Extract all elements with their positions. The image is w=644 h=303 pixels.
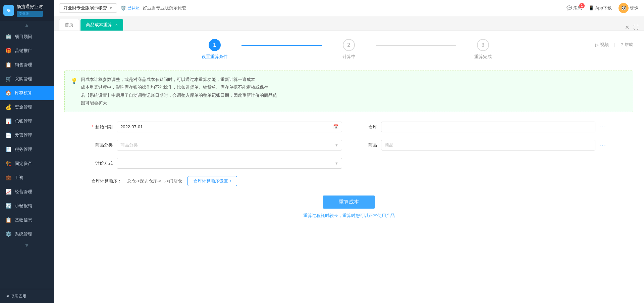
category-placeholder: 商品分类: [120, 142, 138, 148]
goods-more-icon[interactable]: ···: [599, 141, 606, 148]
sidebar-item-assets[interactable]: 🏗️ 固定资产: [0, 157, 54, 171]
video-link[interactable]: ▷ 视频: [595, 42, 609, 48]
goods-field: 商品 商品 ···: [356, 140, 606, 150]
sidebar-item-operation[interactable]: 📈 经营管理: [0, 185, 54, 199]
window-controls: ✕ ⛶: [620, 24, 644, 31]
category-label: 商品分类: [91, 142, 113, 148]
chevron-down-icon: ▼: [109, 6, 113, 10]
avatar: 🐼: [619, 3, 629, 13]
close-icon[interactable]: ✕: [625, 24, 629, 31]
sidebar-item-marketing[interactable]: 🎁 营销推广: [0, 44, 54, 58]
steps-container: 1 设置重算条件 2 计算中 3: [64, 39, 633, 60]
expense-icon: 🔄: [5, 203, 11, 209]
sidebar-logo: 畅: [3, 5, 14, 16]
step-3-label: 重算完成: [474, 54, 492, 60]
form-section: * 起始日期 2022-07-01 📅 仓库 ··· 商品分类: [64, 122, 633, 219]
sidebar-item-system[interactable]: ⚙️ 系统管理: [0, 227, 54, 241]
step-2: 2 计算中: [322, 39, 376, 60]
sidebar-item-purchase[interactable]: 🛒 采购管理: [0, 72, 54, 86]
warehouse-field: 仓库 ···: [356, 122, 606, 132]
category-arrow-icon: ▼: [335, 143, 338, 147]
step-1-circle: 1: [209, 39, 221, 51]
help-links: ▷ 视频 | ? 帮助: [595, 42, 633, 48]
form-row-3: 计价方式 ▼: [91, 158, 606, 169]
calendar-icon[interactable]: 📅: [333, 124, 338, 129]
assets-icon: 🏗️: [5, 161, 11, 167]
start-date-value: 2022-07-01: [120, 124, 143, 129]
submit-hint: 重算过程耗时较长，重算时您可以正常使用产品: [303, 213, 395, 219]
submit-section: 重算成本 重算过程耗时较长，重算时您可以正常使用产品: [91, 196, 606, 219]
sidebar-item-sales[interactable]: 📋 销售管理: [0, 58, 54, 72]
question-icon: ?: [621, 42, 623, 47]
sidebar-item-invoice[interactable]: 📄 发票管理: [0, 128, 54, 142]
goods-input[interactable]: 商品: [381, 140, 595, 150]
info-line-3: 若【系统设置】中启用了自动调整记账日期时，会调整入库单的整单记账日期，因此重新计…: [81, 91, 277, 99]
shield-icon: 🛡️: [120, 5, 126, 11]
account-name: 好业财专业版演示帐套: [63, 5, 107, 11]
tab-cost-recalc[interactable]: 商品成本重算 ×: [80, 19, 123, 31]
topbar-right: 💬 消息 1 📱 App下载 🐼 珠珠: [567, 3, 639, 13]
warehouse-input[interactable]: [381, 122, 595, 132]
warehouse-more-icon[interactable]: ···: [599, 123, 606, 130]
payroll-icon: 💼: [5, 175, 11, 181]
required-mark: *: [92, 124, 93, 129]
help-link[interactable]: ? 帮助: [621, 42, 633, 48]
step-connector-2: [376, 45, 456, 46]
message-button[interactable]: 💬 消息 1: [567, 5, 582, 11]
account-selector[interactable]: 好业财专业版演示帐套 ▼: [59, 3, 117, 13]
pricing-select[interactable]: ▼: [117, 158, 342, 169]
topbar-left: 好业财专业版演示帐套 ▼ 🛡️ 已认证 好业财专业版演示帐套: [59, 3, 562, 13]
message-icon: 💬: [567, 5, 572, 10]
warehouse-order-label: 仓库计算顺序：: [91, 178, 122, 184]
accounting-icon: 📊: [5, 118, 11, 124]
sidebar-item-payroll[interactable]: 💼 工资: [0, 171, 54, 185]
sidebar-item-expense[interactable]: 🔄 小畅报销: [0, 199, 54, 213]
warehouse-order-row: 仓库计算顺序： 总仓->深圳仓库->...->门店仓 仓库计算顺序设置 ›: [91, 176, 606, 186]
warehouse-order-settings-button[interactable]: 仓库计算顺序设置 ›: [187, 176, 237, 186]
form-row-2: 商品分类 商品分类 ▼ 商品 商品 ···: [91, 140, 606, 150]
goods-label: 商品: [356, 142, 377, 148]
sidebar-scroll-down: ▼: [0, 241, 54, 250]
sidebar-item-inventory[interactable]: 🏠 库存核算: [0, 86, 54, 100]
step-3-circle: 3: [477, 39, 489, 51]
step-1: 1 设置重算条件: [188, 39, 241, 60]
start-date-input[interactable]: 2022-07-01 📅: [117, 122, 342, 132]
marketing-icon: 🎁: [5, 48, 11, 54]
purchase-icon: 🛒: [5, 76, 11, 82]
tabbar: 首页 商品成本重算 × ✕ ⛶: [54, 16, 644, 31]
form-row-1: * 起始日期 2022-07-01 📅 仓库 ···: [91, 122, 606, 132]
submit-button[interactable]: 重算成本: [323, 196, 375, 209]
pricing-arrow-icon: ▼: [335, 161, 338, 165]
user-avatar[interactable]: 🐼 珠珠: [619, 3, 639, 13]
sidebar-item-finance[interactable]: 💰 资金管理: [0, 100, 54, 114]
company-name: 好业财专业版演示帐套: [143, 5, 186, 11]
sidebar-pin-toggle[interactable]: ◄ 取消固定: [0, 289, 54, 303]
expand-icon[interactable]: ⛶: [633, 25, 639, 31]
main-area: 好业财专业版演示帐套 ▼ 🛡️ 已认证 好业财专业版演示帐套 💬 消息 1 📱 …: [54, 0, 644, 303]
category-select[interactable]: 商品分类 ▼: [117, 140, 342, 150]
operation-icon: 📈: [5, 189, 11, 195]
sidebar-item-project[interactable]: 🏢 项目顾问: [0, 30, 54, 44]
sidebar-badge: 专业版: [17, 11, 43, 17]
app-download-button[interactable]: 📱 App下载: [589, 5, 612, 11]
info-line-1: 因成本计算参数调整，或是对商品成本有疑问时，可以通过本重算功能，重新计算一遍成本: [81, 76, 277, 83]
step-1-label: 设置重算条件: [202, 54, 228, 60]
sidebar-item-accounting[interactable]: 📊 总账管理: [0, 114, 54, 128]
sidebar-item-basic[interactable]: 📋 基础信息: [0, 213, 54, 227]
sidebar-title: 畅捷通好业财: [17, 4, 43, 9]
sales-icon: 📋: [5, 62, 11, 68]
step-connector-1: [241, 45, 322, 46]
mobile-icon: 📱: [589, 5, 594, 10]
project-icon: 🏢: [5, 34, 11, 40]
tax-icon: 🧾: [5, 146, 11, 153]
sidebar-header: 畅 畅捷通好业财 专业版: [0, 0, 54, 21]
info-line-4: 围可能会扩大: [81, 99, 277, 107]
topbar: 好业财专业版演示帐套 ▼ 🛡️ 已认证 好业财专业版演示帐套 💬 消息 1 📱 …: [54, 0, 644, 16]
tab-home[interactable]: 首页: [59, 19, 79, 31]
tab-close-icon[interactable]: ×: [115, 23, 118, 27]
step-2-label: 计算中: [342, 54, 356, 60]
category-field: 商品分类 商品分类 ▼: [91, 140, 342, 150]
basic-icon: 📋: [5, 217, 11, 223]
sidebar-item-tax[interactable]: 🧾 税务管理: [0, 142, 54, 157]
bulb-icon: 💡: [71, 76, 77, 107]
